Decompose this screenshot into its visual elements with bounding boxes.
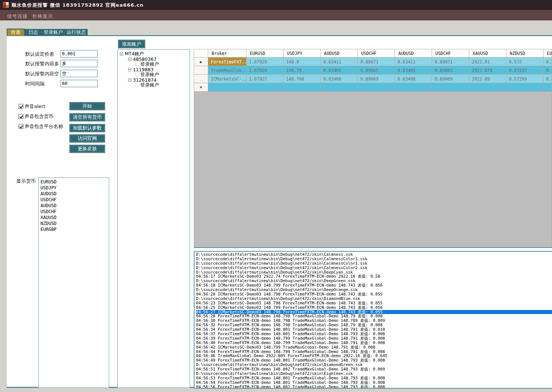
tab-run-status[interactable]: 运行状态 [65, 29, 88, 36]
log-line[interactable]: 04:56:54 ForexTimeFXTM-ECN-demo 148.801 … [196, 380, 552, 385]
checkbox-box[interactable] [19, 114, 23, 119]
currency-item[interactable]: USDCHF [40, 209, 109, 215]
alert-content-short-input[interactable] [61, 70, 98, 77]
sound-alert-checkbox[interactable]: 声音alert [19, 104, 45, 109]
currency-item[interactable]: XAUUSD [40, 215, 109, 220]
grid-data-row[interactable]: ICMarketsSC-...1.07927148.7980.634080.89… [194, 75, 552, 83]
price-cell[interactable]: 0.83 [543, 66, 552, 75]
price-cell[interactable]: 0.57299 [506, 75, 543, 83]
grid-column-header[interactable]: EURGBP [543, 49, 552, 58]
price-cell[interactable]: 0.89065 [432, 66, 469, 75]
collapse-toggle-icon[interactable] [128, 58, 131, 61]
grid-column-header[interactable]: USDCHF [358, 49, 395, 58]
tree-node-mt4-root[interactable]: MT4账户 [119, 51, 190, 56]
price-cell[interactable]: 0.89071 [432, 58, 469, 66]
grid-row-header[interactable] [194, 75, 208, 83]
log-output[interactable]: D:\sourcecode\diffalertmutinew\bin\Debug… [194, 251, 552, 389]
currency-item[interactable]: EURGBP [40, 226, 109, 232]
price-cell[interactable]: 2922.91 [469, 58, 506, 66]
price-grid[interactable]: BrokerEURUSDUSDJPYAUDUSDUSDCHFAUDUSDUSDC… [194, 49, 552, 248]
menu-item-signal-connection[interactable]: 信号连接 [7, 13, 28, 20]
load-defaults-button[interactable]: 加载默认参数 [69, 124, 105, 132]
price-cell[interactable] [395, 83, 432, 92]
grid-row-header[interactable] [194, 66, 208, 75]
price-cell[interactable] [543, 83, 552, 92]
price-cell[interactable]: 0.63405 [321, 66, 358, 75]
price-cell[interactable] [208, 83, 246, 92]
price-cell[interactable]: 2922.89 [469, 75, 506, 83]
log-line[interactable]: 04:56:56 ForexTimeFXTM-ECN-demo 148.801 … [196, 385, 552, 389]
price-cell[interactable]: 0.63408 [395, 75, 432, 83]
grid-column-header[interactable]: EURUSD [246, 49, 284, 58]
grid-new-row[interactable]: * [194, 83, 552, 92]
currency-listbox[interactable]: EURUSDUSDJPYAUDUSDUSDCHFAUDUSDUSDCHFXAUU… [38, 177, 109, 388]
log-line[interactable]: 04:56:23 ICMarketsSC-Demo03 148.798 Fore… [196, 301, 552, 306]
price-cell[interactable]: 0.63411 [395, 58, 432, 66]
checkbox-box[interactable] [19, 124, 23, 129]
log-line[interactable]: 04:56:25 ICMarketsSC-Demo03 148.799 Fore… [196, 306, 552, 310]
price-cell[interactable]: 0.89069 [432, 75, 469, 83]
log-line[interactable]: D:\sourcecode\diffalertmutinew\bin\Debug… [196, 297, 552, 301]
collapse-toggle-icon[interactable] [128, 68, 131, 71]
price-cell[interactable]: 0.63405 [395, 66, 432, 75]
price-cell[interactable]: 1.07924 [246, 66, 284, 75]
price-cell[interactable]: 0.57297 [506, 66, 543, 75]
tab-price-diff[interactable]: 价差 [7, 29, 25, 36]
price-cell[interactable] [469, 83, 506, 92]
grid-column-header[interactable]: AUDUSD [395, 49, 432, 58]
grid-column-header[interactable]: USDJPY [284, 49, 321, 58]
alert-content-long-input[interactable] [61, 60, 98, 67]
change-skin-button[interactable]: 更换皮肤 [69, 145, 105, 153]
price-cell[interactable]: 0.89065 [358, 66, 395, 75]
price-cell[interactable]: 148.79 [284, 66, 321, 75]
broker-cell[interactable]: TradeMaxGlob... [208, 66, 246, 75]
sound-include-platform-checkbox[interactable]: 声音包含平台名称 [19, 124, 63, 129]
log-line[interactable]: 04:56:40 ForexTimeFXTM-ECN-demo 148.799 … [196, 341, 552, 345]
price-cell[interactable] [432, 83, 469, 92]
price-cell[interactable] [246, 83, 284, 92]
grid-data-row[interactable]: ▶ForexTimeFXT...1.07929148.80.634110.890… [194, 58, 552, 66]
currency-item[interactable]: USDCHF [40, 197, 109, 203]
price-cell[interactable]: 2922.875 [469, 66, 506, 75]
broker-cell[interactable]: ForexTimeFXT... [208, 58, 246, 66]
collapse-toggle-icon[interactable] [120, 52, 123, 56]
clear-currencies-button[interactable]: 清空所有货币 [69, 113, 105, 121]
price-cell[interactable]: 1.07927 [246, 75, 284, 83]
log-line[interactable]: D:\sourcecode\diffalertmutinew\bin\Debug… [196, 261, 552, 266]
price-cell[interactable]: 0.83 [543, 58, 552, 66]
currency-item[interactable]: USDJPY [40, 185, 109, 191]
currency-item[interactable]: NZDUSD [40, 220, 109, 226]
add-account-button[interactable]: 添加账户 [118, 40, 145, 48]
tree-node-login-account[interactable]: 登录账户 [119, 82, 190, 88]
tab-login-account[interactable]: 登录账户 [42, 29, 65, 36]
price-cell[interactable] [358, 83, 395, 92]
price-cell[interactable]: 0.83 [543, 75, 552, 83]
price-cell[interactable] [321, 83, 358, 92]
tab-log[interactable]: 日志 [25, 29, 42, 36]
price-cell[interactable]: 0.573 [506, 58, 543, 66]
price-cell[interactable]: 148.798 [284, 75, 321, 83]
tree-node-login-account[interactable]: 登录账户 [119, 62, 190, 67]
interval-input[interactable] [61, 80, 98, 87]
log-line[interactable]: 04:56:42 ICMarketsSC-Demo03 148.799 Trad… [196, 345, 552, 350]
price-cell[interactable]: 148.8 [284, 58, 321, 66]
price-cell[interactable]: 0.89071 [358, 58, 395, 66]
currency-item[interactable]: AUDUSD [40, 203, 109, 209]
grid-row-header[interactable]: * [194, 83, 208, 92]
grid-column-header[interactable]: XAUUSD [469, 49, 506, 58]
default-spread-input[interactable] [61, 50, 98, 58]
log-line[interactable]: D:\sourcecode\diffalertmutinew\bin\Debug… [196, 257, 552, 261]
price-cell[interactable] [506, 83, 543, 92]
price-cell[interactable]: 0.89069 [358, 75, 395, 83]
currency-item[interactable]: EURUSD [40, 179, 109, 185]
grid-column-header[interactable]: USDCHF [432, 49, 469, 58]
price-cell[interactable]: 0.63408 [321, 75, 358, 83]
price-cell[interactable]: 1.07929 [246, 58, 284, 66]
broker-cell[interactable]: ICMarketsSC-... [208, 75, 246, 83]
menu-item-price-display[interactable]: 价格显示 [32, 13, 53, 20]
sound-include-currency-checkbox[interactable]: 声音包含货币 [19, 114, 53, 119]
grid-column-header[interactable]: Broker [208, 49, 246, 58]
grid-column-header[interactable]: NZDUSD [506, 49, 543, 58]
start-button[interactable]: 开始 [69, 102, 105, 110]
currency-item[interactable]: AUDUSD [40, 191, 109, 197]
